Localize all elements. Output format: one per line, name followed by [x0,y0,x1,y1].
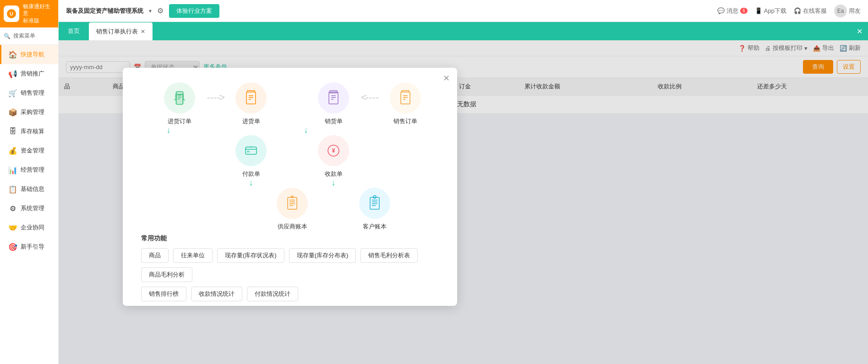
logo-text: 畅康通好生意 标准版 [23,3,55,25]
svg-rect-26 [288,197,297,209]
service-icon: 🎧 [794,7,801,14]
operations-icon: 📊 [9,166,17,174]
message-icon: 💬 [717,7,725,14]
svg-rect-7 [246,92,256,104]
content-area: ❓ 帮助 🖨 按模板打印 ▾ 📤 导出 🔄 刷新 [59,40,868,364]
tab-sales-order[interactable]: 销售订单执行表 ✕ [89,22,153,41]
tab-close-icon[interactable]: ✕ [141,28,145,35]
logo-icon: U [4,5,19,22]
finance-icon: 💰 [9,147,17,155]
user-avatar: Ea [834,5,847,17]
purchase-order-label: 进货订单 [168,117,191,125]
sidebar-item-inventory[interactable]: 🗄 库存核算 [0,122,58,141]
receipt-bill-label: 收款单 [325,170,343,178]
sidebar-item-sales[interactable]: 🛒 销售管理 [0,83,58,103]
functions-grid: 商品 往来单位 现存量(库存状况表) 现存量(库存分布表) 销售毛利分析表 商品… [141,248,439,282]
purchase-bill-icon[interactable] [235,82,267,114]
payment-bill-icon[interactable]: ¥ [235,135,267,166]
purchase-icon: 📦 [9,108,17,116]
topbar-actions: 💬 消息 6 📱 App下载 🎧 在线客服 Ea 用友 [717,5,861,17]
message-badge: 6 [740,8,748,14]
sales-bill-label: 销货单 [325,117,343,125]
supplier-account-icon[interactable] [277,188,308,219]
svg-rect-31 [291,196,293,198]
enterprise-icon: 🤝 [9,223,17,232]
func-btn-0[interactable]: 商品 [141,248,169,263]
func-btn-1[interactable]: 往来单位 [173,248,213,263]
sales-order-icon[interactable] [390,82,421,114]
topbar: 装备及固定资产辅助管理系统 ▾ ⚙ 体验行业方案 💬 消息 6 📱 App下载 … [59,0,868,22]
system-icon: ⚙ [9,204,17,212]
newbie-icon: 🎯 [9,243,17,251]
sidebar-logo: U 畅康通好生意 标准版 [0,0,58,27]
tab-panel-close-icon[interactable]: ✕ [851,27,868,36]
sales-icon: 🛒 [9,89,17,97]
search-icon: 🔍 [4,33,11,39]
popup-overlay: ✕ 进货订单 [59,40,868,364]
func-btn-8[interactable]: 付款情况统计 [247,287,298,301]
svg-point-37 [373,196,376,198]
func-btn-3[interactable]: 现存量(库存分布表) [289,248,356,263]
func-btn-2[interactable]: 现存量(库存状况表) [217,248,284,263]
purchase-bill-label: 进货单 [242,117,260,125]
payment-bill-label: 付款单 [242,170,260,178]
svg-rect-16 [401,92,410,104]
sidebar-item-newbie[interactable]: 🎯 新手引导 [0,237,58,256]
topbar-settings-icon[interactable]: ⚙ [157,6,164,15]
purchase-order-icon[interactable] [164,82,195,114]
sales-bill-icon[interactable] [318,82,349,114]
sidebar-item-purchase[interactable]: 📦 采购管理 [0,103,58,122]
func-btn-6[interactable]: 销售排行榜 [141,287,186,301]
sidebar-item-system[interactable]: ⚙ 系统管理 [0,199,58,218]
sidebar-item-marketing[interactable]: 📢 营销推广 [0,64,58,83]
sidebar-item-quick-nav[interactable]: 🏠 快捷导航 [0,45,58,64]
topbar-dropdown[interactable]: ▾ [149,8,152,14]
popup-card: ✕ 进货订单 [123,68,457,306]
customer-account-label: 客户账本 [363,223,387,231]
main-content: 装备及固定资产辅助管理系统 ▾ ⚙ 体验行业方案 💬 消息 6 📱 App下载 … [59,0,868,364]
popup-close-btn[interactable]: ✕ [443,73,450,83]
svg-text:U: U [10,11,13,16]
svg-rect-32 [370,197,379,209]
online-service-action[interactable]: 🎧 在线客服 [794,7,827,15]
supplier-account-label: 供应商账本 [278,223,307,231]
marketing-icon: 📢 [9,70,17,78]
system-name: 装备及固定资产辅助管理系统 [66,7,143,15]
common-functions-title: 常用功能 [141,234,439,243]
experience-btn[interactable]: 体验行业方案 [169,4,219,18]
download-icon: 📱 [755,7,762,14]
svg-rect-11 [329,92,338,104]
functions-grid-2: 销售排行榜 收款情况统计 付款情况统计 [141,287,439,301]
sidebar-item-basic-info[interactable]: 📋 基础信息 [0,179,58,199]
app-download-action[interactable]: 📱 App下载 [755,7,786,15]
tabbar: 首页 销售订单执行表 ✕ ✕ [59,22,868,40]
func-btn-5[interactable]: 商品毛利分析 [141,267,192,282]
sidebar-item-operations[interactable]: 📊 经营管理 [0,160,58,179]
sidebar-item-finance[interactable]: 💰 资金管理 [0,141,58,160]
sales-order-label: 销售订单 [393,117,417,125]
receipt-bill-icon[interactable]: ¥ [318,135,349,166]
svg-text:¥: ¥ [332,147,335,154]
common-functions: 常用功能 商品 往来单位 现存量(库存状况表) 现存量(库存分布表) 销售毛利分… [141,234,439,301]
user-action[interactable]: Ea 用友 [834,5,861,17]
quick-nav-icon: 🏠 [9,50,17,59]
basic-info-icon: 📋 [9,185,17,193]
func-btn-7[interactable]: 收款情况统计 [191,287,242,301]
inventory-icon: 🗄 [9,127,17,136]
sidebar-item-enterprise[interactable]: 🤝 企业协同 [0,218,58,237]
sidebar: U 畅康通好生意 标准版 🔍 搜索菜单 🏠 快捷导航 📢 营销推广 🛒 销售管理 [0,0,59,364]
svg-rect-22 [247,151,250,152]
tab-home[interactable]: 首页 [59,22,89,40]
message-action[interactable]: 💬 消息 6 [717,7,748,15]
func-btn-4[interactable]: 销售毛利分析表 [360,248,418,263]
customer-account-icon[interactable] [359,188,390,219]
search-menu[interactable]: 🔍 搜索菜单 [0,27,58,45]
